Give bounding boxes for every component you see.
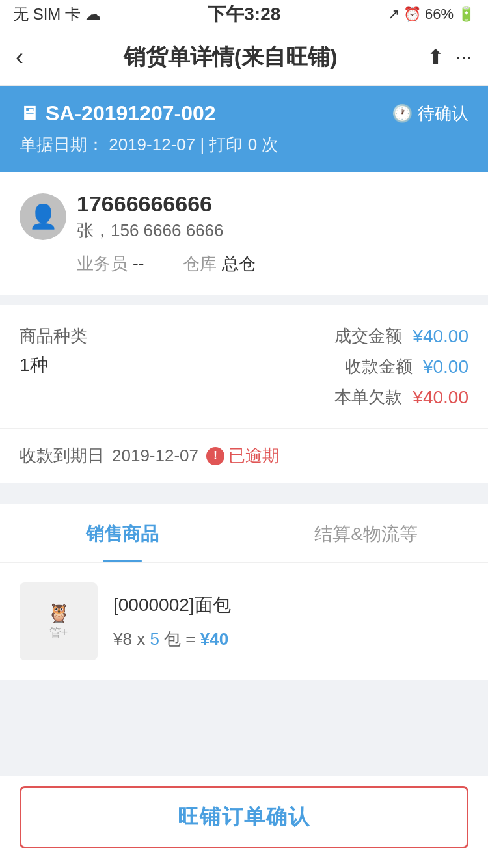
equals-sign: = bbox=[185, 629, 200, 649]
more-icon[interactable]: ··· bbox=[455, 45, 472, 69]
salesperson-label: 业务员 bbox=[77, 252, 128, 275]
summary-section: 商品种类 1种 成交金额 ¥40.00 收款金额 ¥0.00 本单欠款 ¥40.… bbox=[0, 305, 488, 428]
product-total: ¥40 bbox=[200, 629, 228, 649]
order-date: 单据日期： 2019-12-07 | 打印 0 次 bbox=[20, 133, 468, 156]
amount-row-2: 本单欠款 ¥40.00 bbox=[324, 386, 468, 409]
location-icon: ↗ bbox=[388, 6, 400, 23]
status-text: 待确认 bbox=[418, 102, 468, 125]
amounts-section: 成交金额 ¥40.00 收款金额 ¥0.00 本单欠款 ¥40.00 bbox=[324, 325, 468, 409]
amount-label-0: 成交金额 bbox=[324, 325, 402, 347]
amount-value-2: ¥40.00 bbox=[413, 387, 468, 408]
type-label: 商品种类 bbox=[20, 325, 87, 347]
avatar: 👤 bbox=[20, 193, 66, 240]
section-divider-1 bbox=[0, 295, 488, 305]
status-time: 下午3:28 bbox=[208, 2, 280, 27]
product-logo: 🦉 管+ bbox=[47, 603, 70, 640]
salesperson-field: 业务员 -- bbox=[77, 252, 144, 275]
type-value: 1种 bbox=[20, 353, 87, 377]
customer-section: 👤 17666666666 张，156 6666 6666 业务员 -- 仓库 … bbox=[0, 172, 488, 295]
nav-bar: ‹ 销货单详情(来自旺铺) ⬆ ··· bbox=[0, 29, 488, 86]
avatar-icon: 👤 bbox=[29, 203, 58, 230]
multiply-sign: x bbox=[137, 629, 150, 649]
amount-label-1: 收款金额 bbox=[334, 355, 413, 378]
status-bar: 无 SIM 卡 ☁ 下午3:28 ↗ ⏰ 66% 🔋 bbox=[0, 0, 488, 29]
order-status: 🕐 待确认 bbox=[392, 102, 468, 125]
warehouse-value: 总仓 bbox=[222, 252, 256, 275]
product-item: 🦉 管+ [0000002]面包 ¥8 x 5 包 = ¥40 bbox=[0, 563, 488, 680]
warehouse-field: 仓库 总仓 bbox=[183, 252, 256, 275]
product-name: [0000002]面包 bbox=[113, 593, 468, 617]
tabs-header: 销售商品 结算&物流等 bbox=[0, 504, 488, 563]
warehouse-label: 仓库 bbox=[183, 252, 217, 275]
overdue-badge: ! 已逾期 bbox=[206, 444, 279, 467]
page-title: 销货单详情(来自旺铺) bbox=[34, 42, 427, 72]
amount-value-0: ¥40.00 bbox=[413, 326, 468, 347]
back-button[interactable]: ‹ bbox=[16, 44, 23, 71]
status-left: 无 SIM 卡 ☁ bbox=[13, 4, 101, 25]
tab-products[interactable]: 销售商品 bbox=[0, 504, 244, 562]
product-thumbnail: 🦉 管+ bbox=[20, 582, 98, 660]
nav-actions: ⬆ ··· bbox=[427, 45, 472, 70]
order-header: 🖥 SA-20191207-002 🕐 待确认 单据日期： 2019-12-07… bbox=[0, 86, 488, 172]
product-info: [0000002]面包 ¥8 x 5 包 = ¥40 bbox=[113, 593, 468, 651]
section-divider-2 bbox=[0, 483, 488, 493]
due-date-value: 2019-12-07 bbox=[112, 446, 198, 466]
order-id: 🖥 SA-20191207-002 bbox=[20, 102, 216, 126]
share-icon[interactable]: ⬆ bbox=[427, 45, 444, 70]
customer-name: 张，156 6666 6666 bbox=[77, 219, 224, 242]
amount-row-0: 成交金额 ¥40.00 bbox=[324, 325, 468, 347]
amount-value-1: ¥0.00 bbox=[423, 357, 468, 377]
due-date-label: 收款到期日 bbox=[20, 444, 104, 467]
product-price: ¥8 bbox=[113, 629, 132, 649]
tab-settlement[interactable]: 结算&物流等 bbox=[244, 504, 488, 562]
overdue-text: 已逾期 bbox=[228, 444, 279, 467]
due-date-section: 收款到期日 2019-12-07 ! 已逾期 bbox=[0, 429, 488, 483]
status-right: ↗ ⏰ 66% 🔋 bbox=[388, 6, 475, 23]
product-qty: 5 bbox=[150, 629, 159, 649]
alarm-icon: ⏰ bbox=[403, 6, 421, 23]
amount-row-1: 收款金额 ¥0.00 bbox=[334, 355, 468, 378]
confirm-button[interactable]: 旺铺订单确认 bbox=[20, 786, 468, 848]
clock-icon: 🕐 bbox=[392, 103, 413, 124]
battery-icon: 🔋 bbox=[457, 6, 475, 23]
no-sim-text: 无 SIM 卡 ☁ bbox=[13, 4, 101, 25]
bottom-bar: 旺铺订单确认 bbox=[0, 776, 488, 868]
product-unit: 包 bbox=[164, 629, 181, 649]
battery-text: 66% bbox=[425, 6, 454, 23]
order-icon: 🖥 bbox=[20, 103, 39, 125]
tabs-section: 销售商品 结算&物流等 🦉 管+ [0000002]面包 ¥8 x 5 包 = … bbox=[0, 504, 488, 680]
warning-icon: ! bbox=[206, 447, 224, 465]
product-price-row: ¥8 x 5 包 = ¥40 bbox=[113, 628, 468, 651]
salesperson-value: -- bbox=[133, 254, 144, 274]
amount-label-2: 本单欠款 bbox=[324, 386, 402, 409]
customer-phone: 17666666666 bbox=[77, 191, 224, 217]
